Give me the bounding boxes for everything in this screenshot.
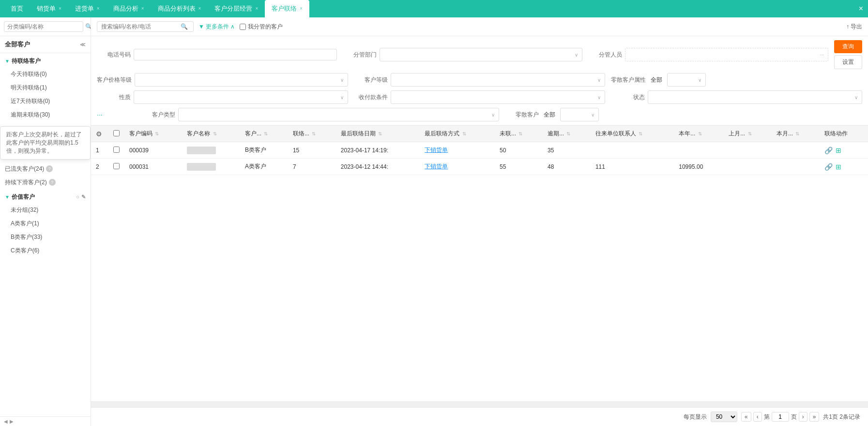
tab-home[interactable]: 首页 <box>4 0 30 17</box>
sidebar: 🔍 全部客户 ≪ ▼ 待联络客户 今天待联络(0) 明天待联络(1) <box>0 17 91 426</box>
scatter-attr-select[interactable]: ∨ <box>667 73 706 87</box>
sidebar-item-c-class[interactable]: C类客户(6) <box>0 244 91 257</box>
row2-checkbox[interactable] <box>113 163 120 169</box>
row2-this-month <box>772 159 820 175</box>
tab-goods-analysis-list-close[interactable]: × <box>198 0 201 17</box>
next-page-button[interactable]: › <box>799 412 807 422</box>
tab-customer-contact[interactable]: 客户联络 × <box>265 0 309 17</box>
person-select[interactable]: ··· <box>625 48 828 61</box>
row1-unit-contact <box>591 142 674 159</box>
settings-button[interactable]: 设置 <box>834 55 862 69</box>
sort-last-month-icon[interactable]: ⇅ <box>748 131 752 136</box>
table-gear-icon[interactable]: ⚙ <box>96 130 102 138</box>
row1-actions: 🔗 ⊞ <box>820 142 868 159</box>
sidebar-group-waiting-title[interactable]: ▼ 待联络客户 <box>0 55 91 67</box>
row1-customer-name <box>182 142 240 159</box>
tab-purchase[interactable]: 进货单 × <box>68 0 107 17</box>
tab-goods-analysis-list[interactable]: 商品分析列表 × <box>151 0 208 17</box>
phone-input[interactable] <box>134 49 337 60</box>
sort-last-contact-method-icon[interactable]: ⇅ <box>462 131 466 136</box>
close-all-button[interactable]: × <box>859 4 863 13</box>
row2-grid-icon[interactable]: ⊞ <box>836 163 841 171</box>
payment-label: 收付款条件 <box>354 93 388 102</box>
waiting-group-arrow: ▼ <box>5 59 10 64</box>
first-page-button[interactable]: « <box>741 412 751 422</box>
sort-customer-name-icon[interactable]: ⇅ <box>213 131 217 136</box>
price-level-select[interactable]: ∨ <box>135 73 348 87</box>
sidebar-item-overdue[interactable]: 逾期未联络(30) <box>0 108 91 121</box>
col-uncontact: 未联... ⇅ <box>495 126 543 142</box>
sort-last-contact-date-icon[interactable]: ⇅ <box>378 131 382 136</box>
tab-sales-close[interactable]: × <box>59 0 61 17</box>
sidebar-item-a-class[interactable]: A类客户(1) <box>0 217 91 230</box>
sidebar-all-customers[interactable]: 全部客户 ≪ <box>0 36 91 53</box>
nature-select[interactable]: ∨ <box>134 90 348 104</box>
payment-select[interactable]: ∨ <box>391 90 605 104</box>
value-group-circle-icon[interactable]: ○ <box>76 194 79 200</box>
query-button[interactable]: 查询 <box>834 40 862 53</box>
per-page-select[interactable]: 50 20 100 <box>711 411 737 422</box>
row2-contact-method-link[interactable]: 下销货单 <box>425 163 448 170</box>
sort-overdue-icon[interactable]: ⇅ <box>566 131 570 136</box>
filter-buttons: 查询 设置 <box>834 40 862 69</box>
search-icon[interactable]: 🔍 <box>181 23 188 30</box>
horizontal-scrollbar[interactable] <box>91 401 868 407</box>
page-number-input[interactable] <box>772 412 789 422</box>
more-ellipsis[interactable]: ··· <box>97 111 103 118</box>
export-icon: ↑ <box>846 23 849 30</box>
table-header-row: ⚙ 客户编码 ⇅ 客户名称 ⇅ <box>91 126 868 142</box>
customer-level-select[interactable]: ∨ <box>391 73 605 87</box>
scatter-attr-inline-label: 全部 <box>651 76 662 84</box>
my-customers-checkbox-area[interactable]: 我分管的客户 <box>240 23 283 31</box>
sidebar-item-b-class[interactable]: B类客户(33) <box>0 230 91 244</box>
customer-type-select[interactable]: ∨ <box>178 108 499 121</box>
dept-select[interactable]: ∨ <box>380 48 583 61</box>
sidebar-item-today[interactable]: 今天待联络(0) <box>0 67 91 81</box>
col-contact-count: 联络... ⇅ <box>288 126 336 142</box>
status-select[interactable]: ∨ <box>648 90 862 104</box>
search-input[interactable] <box>101 23 179 30</box>
tab-purchase-close[interactable]: × <box>97 0 100 17</box>
sort-this-year-icon[interactable]: ⇅ <box>698 131 702 136</box>
value-group-edit-icon[interactable]: ✎ <box>81 194 86 200</box>
sidebar-bottom-left-arrow[interactable]: ◀ <box>4 419 8 424</box>
more-conditions-button[interactable]: ▼ 更多条件 ∧ <box>198 23 235 31</box>
tab-goods-analysis-close[interactable]: × <box>141 0 144 17</box>
sidebar-search-input[interactable] <box>4 21 83 32</box>
row1-link-icon[interactable]: 🔗 <box>824 147 833 154</box>
sidebar-item-churned[interactable]: 已流失客户(24) ? <box>0 162 91 176</box>
tab-customer-segment[interactable]: 客户分层经营 × <box>208 0 265 17</box>
tab-sales[interactable]: 销货单 × <box>30 0 68 17</box>
export-button[interactable]: ↑ 导出 <box>846 23 862 31</box>
sidebar-item-unsorted[interactable]: 未分组(32) <box>0 203 91 217</box>
row1-grid-icon[interactable]: ⊞ <box>836 147 841 154</box>
sidebar-item-declining[interactable]: 持续下滑客户(2) ? <box>0 176 91 189</box>
dept-label: 分管部门 <box>343 51 377 59</box>
tab-goods-analysis[interactable]: 商品分析 × <box>107 0 151 17</box>
prev-page-button[interactable]: ‹ <box>753 412 762 422</box>
sort-uncontact-icon[interactable]: ⇅ <box>518 131 522 136</box>
row2-link-icon[interactable]: 🔗 <box>824 163 833 171</box>
value-group-icons: ○ ✎ <box>76 194 86 200</box>
sort-this-month-icon[interactable]: ⇅ <box>795 131 799 136</box>
sidebar-bottom-right-arrow[interactable]: ▶ <box>10 419 14 424</box>
sidebar-search-icon[interactable]: 🔍 <box>85 23 91 30</box>
sidebar-item-tomorrow[interactable]: 明天待联络(1) <box>0 81 91 94</box>
my-customers-checkbox[interactable] <box>240 24 246 30</box>
sort-contact-count-icon[interactable]: ⇅ <box>312 131 316 136</box>
select-all-checkbox[interactable] <box>113 130 120 136</box>
last-page-button[interactable]: » <box>809 412 820 422</box>
collapse-sidebar-icon[interactable]: ≪ <box>80 42 86 48</box>
tab-customer-segment-close[interactable]: × <box>255 0 258 17</box>
row1-contact-method-link[interactable]: 下销货单 <box>425 147 448 153</box>
row1-checkbox[interactable] <box>113 147 120 153</box>
sidebar-item-week[interactable]: 近7天待联络(0) <box>0 94 91 108</box>
tab-customer-contact-close[interactable]: × <box>300 0 303 17</box>
total-pages-label: 页 <box>791 413 797 421</box>
sort-customer-type-icon[interactable]: ⇅ <box>264 131 268 136</box>
sort-unit-contact-icon[interactable]: ⇅ <box>639 131 642 136</box>
sidebar-group-value-title[interactable]: ▼ 价值客户 ○ ✎ <box>0 191 91 203</box>
sort-customer-code-icon[interactable]: ⇅ <box>155 131 159 136</box>
sidebar-search-area: 🔍 <box>0 17 91 36</box>
scatter-select[interactable]: ∨ <box>560 108 599 121</box>
